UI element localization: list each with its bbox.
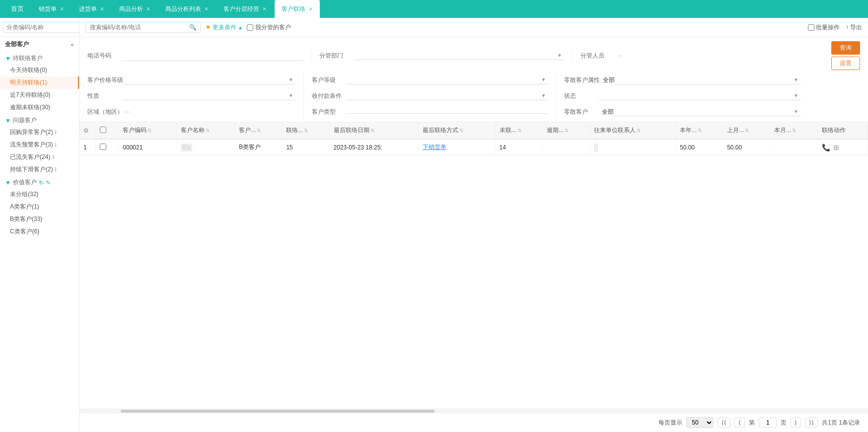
status-select[interactable]: ▼ <box>599 91 800 100</box>
sidebar-item-7days[interactable]: 近7天待联络(0) <box>0 89 79 101</box>
export-button[interactable]: ↑ 导出 <box>846 23 862 32</box>
row-overdue <box>542 139 589 155</box>
sidebar-item-c-class[interactable]: C类客户(6) <box>0 225 79 238</box>
close-purchaseorder-icon[interactable]: ✕ <box>100 6 104 12</box>
arrow-icon2: ▼ <box>5 117 11 124</box>
sort-company-contact-icon[interactable]: ⇅ <box>637 128 641 133</box>
my-customers-checkbox[interactable] <box>247 24 253 31</box>
sort-contact-icon[interactable]: ⇅ <box>304 128 308 133</box>
sidebar-item-lost[interactable]: 已流失客户(24) ℹ <box>0 151 79 163</box>
info-icon-4: ℹ <box>55 166 57 172</box>
phone-input[interactable] <box>122 51 303 61</box>
retail-attr-label: 零散客户属性 <box>564 76 600 84</box>
dept-label: 分管部门 <box>319 52 354 60</box>
sort-name-icon[interactable]: ⇅ <box>206 128 210 133</box>
nav-home[interactable]: 首页 <box>4 0 31 18</box>
last-method-link[interactable]: 下销货单 <box>423 144 446 150</box>
action-grid-icon[interactable]: ⊞ <box>833 144 839 151</box>
customer-name-blurred: Ea <box>181 144 192 151</box>
more-filters-button[interactable]: ▼ 更多条件 ▲ <box>205 23 243 32</box>
page-suffix: 页 <box>781 419 787 427</box>
nav-customer-tier[interactable]: 客户分层经营 ✕ <box>217 0 274 18</box>
customer-level-select[interactable]: ▼ <box>347 75 548 84</box>
close-product-analysis-icon[interactable]: ✕ <box>146 6 150 12</box>
sidebar-item-ungrouped[interactable]: 未分组(32) <box>0 188 79 201</box>
row-company-contact <box>589 139 675 155</box>
sidebar-item-abnormal-repurchase[interactable]: 回购异常客户(2) ℹ <box>0 126 79 139</box>
search-icon[interactable]: 🔍 <box>189 24 197 31</box>
gender-select[interactable]: ▼ <box>122 91 295 100</box>
sidebar-all-customers[interactable]: 全部客户 « <box>0 37 79 52</box>
sidebar-item-overdue[interactable]: 逾期未联络(30) <box>0 101 79 114</box>
region-dots-icon[interactable]: ··· <box>125 108 130 115</box>
scroll-thumb[interactable] <box>121 410 434 413</box>
sidebar-item-tomorrow[interactable]: 明天待联络(1) <box>0 76 79 89</box>
filter-price-level: 客户价格等级 ▼ <box>87 75 295 84</box>
search-input[interactable] <box>90 24 189 31</box>
sidebar-search-row: 🔍 <box>0 18 79 37</box>
arrow-icon3: ▼ <box>5 179 11 186</box>
close-product-analysis-list-icon[interactable]: ✕ <box>204 6 209 12</box>
close-customer-contact-icon[interactable]: ✕ <box>308 6 313 12</box>
price-level-select[interactable]: ▼ <box>123 75 295 84</box>
col-settings[interactable]: ⚙ <box>79 122 95 139</box>
payment-select[interactable]: ▼ <box>347 91 548 100</box>
manager-dots-icon[interactable]: ··· <box>617 52 622 59</box>
row-type: B类客户 <box>235 139 282 155</box>
nav-product-analysis[interactable]: 商品分析 ✕ <box>112 0 157 18</box>
col-overdue: 逾期...⇅ <box>542 122 589 139</box>
per-page-select[interactable]: 50 100 200 <box>686 417 714 428</box>
nav-purchaseorder[interactable]: 进货单 ✕ <box>72 0 111 18</box>
query-button[interactable]: 查询 <box>831 41 860 55</box>
page-number-input[interactable] <box>759 418 777 428</box>
info-icon-1: ℹ <box>55 129 57 135</box>
retail-attr-select[interactable]: ▼ <box>615 75 800 84</box>
close-customer-tier-icon[interactable]: ✕ <box>262 6 267 12</box>
batch-checkbox[interactable] <box>808 24 814 31</box>
sidebar-item-b-class[interactable]: B类客户(33) <box>0 213 79 225</box>
next-page-button[interactable]: ⟩ <box>791 418 801 428</box>
sort-last-method-icon[interactable]: ⇅ <box>459 128 463 133</box>
export-icon: ↑ <box>846 24 849 31</box>
retail-customer-select[interactable]: ▼ <box>614 107 800 116</box>
refresh-value-icon[interactable]: ↻ <box>39 179 44 186</box>
prev-page-button[interactable]: ⟨ <box>734 418 745 428</box>
row-last-date: 2023-05-23 18:25: <box>329 139 419 155</box>
dept-select[interactable]: ▼ <box>354 51 564 60</box>
nav-product-analysis-list[interactable]: 商品分析列表 ✕ <box>158 0 216 18</box>
batch-op-button[interactable]: 批量操作 <box>808 23 840 32</box>
region-label: 区域（地区） <box>87 108 123 116</box>
settings-button[interactable]: 设置 <box>831 57 860 70</box>
nav-customer-contact[interactable]: 客户联络 ✕ <box>275 0 320 18</box>
customer-type-select[interactable] <box>347 110 548 114</box>
row-last-method[interactable]: 下销货单 <box>419 139 495 155</box>
horizontal-scrollbar[interactable] <box>79 409 868 413</box>
gear-icon[interactable]: ⚙ <box>83 127 89 134</box>
select-all-checkbox[interactable] <box>100 127 106 133</box>
sort-overdue-icon[interactable]: ⇅ <box>565 128 569 133</box>
nav-salesorder[interactable]: 销货单 ✕ <box>32 0 71 18</box>
edit-value-icon[interactable]: ✎ <box>46 179 51 186</box>
col-last-month: 上月...⇅ <box>723 122 770 139</box>
last-page-button[interactable]: ⟩⟩ <box>805 418 818 428</box>
filter-icon: ▼ <box>205 24 211 31</box>
sort-code-icon[interactable]: ⇅ <box>147 128 151 133</box>
row-checkbox[interactable] <box>100 144 106 150</box>
sidebar-item-today[interactable]: 今天待联络(0) <box>0 64 79 76</box>
close-salesorder-icon[interactable]: ✕ <box>60 6 64 12</box>
customer-type-label: 客户类型 <box>312 108 347 116</box>
sort-uncontacted-icon[interactable]: ⇅ <box>517 128 521 133</box>
sort-type-icon[interactable]: ⇅ <box>257 128 261 133</box>
action-phone-icon[interactable]: 📞 <box>822 144 830 151</box>
sort-last-date-icon[interactable]: ⇅ <box>370 128 374 133</box>
sidebar-item-declining[interactable]: 持续下滑客户(2) ℹ <box>0 163 79 176</box>
sidebar-search-input[interactable] <box>3 22 79 33</box>
sidebar-item-lost-warning[interactable]: 流失预警客户(3) ℹ <box>0 139 79 151</box>
sidebar-collapse-icon[interactable]: « <box>71 41 74 48</box>
sidebar-item-a-class[interactable]: A类客户(1) <box>0 201 79 213</box>
sort-this-month-icon[interactable]: ⇅ <box>792 128 796 133</box>
sort-this-year-icon[interactable]: ⇅ <box>698 128 702 133</box>
sort-last-month-icon[interactable]: ⇅ <box>745 128 749 133</box>
phone-label: 电话号码 <box>87 52 122 60</box>
first-page-button[interactable]: ⟨⟨ <box>718 418 730 428</box>
